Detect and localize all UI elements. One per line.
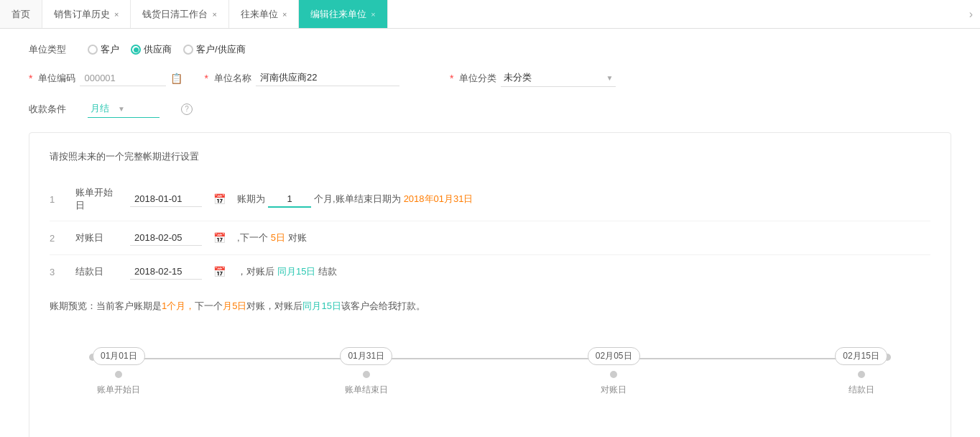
- radio-customer-label: 客户: [101, 43, 119, 56]
- preview-label: 账期预览：当前客户账期是: [50, 300, 162, 311]
- tab-partners-close[interactable]: ×: [282, 10, 287, 19]
- timeline: 01月01日 账单开始日 01月31日 账单结束日 02月05日 对账日: [50, 333, 930, 425]
- row-3-suffix-after: 结款: [318, 265, 337, 278]
- row-3-calendar-icon[interactable]: 📅: [213, 266, 226, 277]
- preview-reconcile-highlight: 月5日: [223, 300, 246, 311]
- preview-section: 账期预览：当前客户账期是1个月，下一个月5日对账，对账后同月15日该客户会给我打…: [50, 288, 930, 425]
- tab-partners[interactable]: 往来单位 ×: [229, 0, 299, 28]
- row-1-suffix-before: 账期为: [237, 193, 265, 206]
- tab-cash-ledger-label: 钱货日清工作台: [142, 8, 208, 21]
- timeline-point-0: 01月01日 账单开始日: [93, 347, 145, 396]
- tab-sales-history[interactable]: 销售订单历史 ×: [42, 0, 131, 28]
- unit-type-row: 单位类型 客户 供应商 客户/供应商: [29, 43, 951, 56]
- period-input[interactable]: 1: [268, 191, 311, 208]
- payment-terms-row: 收款条件 月结 ▼ ?: [29, 100, 951, 118]
- radio-customer[interactable]: 客户: [88, 43, 119, 56]
- tab-edit-partner-label: 编辑往来单位: [310, 8, 366, 21]
- settings-card: 请按照未来的一个完整帐期进行设置 1 账单开始日 2018-01-01 📅 账期…: [29, 132, 951, 437]
- tab-edit-partner[interactable]: 编辑往来单位 ×: [299, 0, 387, 28]
- timeline-date-2: 02月05日: [588, 347, 640, 365]
- row-2-suffix-before: ,下一个: [237, 231, 268, 244]
- tab-cash-ledger-close[interactable]: ×: [212, 10, 216, 19]
- tab-bar: 首页 销售订单历史 × 钱货日清工作台 × 往来单位 × 编辑往来单位 × ›: [0, 0, 980, 29]
- preview-payment-suffix: 该客户会给我打款。: [341, 300, 425, 311]
- row-3-highlight: 同月15日: [277, 265, 315, 278]
- setting-row-3: 3 结款日 2018-02-15 📅 ，对账后 同月15日 结款: [50, 255, 930, 288]
- row-2-label: 对账日: [75, 231, 119, 244]
- row-3-date-input[interactable]: 2018-02-15: [130, 264, 202, 280]
- tab-sales-history-close[interactable]: ×: [114, 10, 119, 19]
- unit-code-required: *: [29, 73, 32, 84]
- row-1-suffix: 账期为 1 个月,账单结束日期为 2018年01月31日: [237, 191, 473, 208]
- unit-category-required: *: [450, 73, 453, 84]
- unit-name-group: * 单位名称 河南供应商22: [204, 70, 399, 86]
- preview-text: 账期预览：当前客户账期是1个月，下一个月5日对账，对账后同月15日该客户会给我打…: [50, 300, 930, 313]
- timeline-point-3: 02月15日 结款日: [835, 347, 887, 396]
- unit-name-label: 单位名称: [214, 72, 251, 85]
- timeline-label-1: 账单结束日: [345, 384, 388, 396]
- main-fields-row: * 单位编码 000001 📋 * 单位名称 河南供应商22 * 单位分类 未分…: [29, 69, 951, 87]
- payment-terms-label: 收款条件: [29, 103, 66, 116]
- unit-code-icon[interactable]: 📋: [170, 73, 182, 84]
- radio-both-circle: [183, 45, 193, 55]
- row-3-suffix-before: ，对账后: [237, 265, 274, 278]
- row-1-label: 账单开始日: [75, 186, 119, 212]
- unit-category-value: 未分类: [504, 71, 532, 84]
- row-3-label: 结款日: [75, 265, 119, 278]
- row-2-calendar-icon[interactable]: 📅: [213, 232, 226, 244]
- timeline-date-3: 02月15日: [835, 347, 887, 365]
- radio-supplier-circle: [131, 45, 141, 55]
- unit-category-arrow-icon: ▼: [606, 74, 613, 82]
- unit-code-label: 单位编码: [38, 72, 75, 85]
- radio-both-label: 客户/供应商: [196, 43, 246, 56]
- timeline-dot-0: [115, 371, 122, 378]
- setting-row-1: 1 账单开始日 2018-01-01 📅 账期为 1 个月,账单结束日期为 20…: [50, 178, 930, 221]
- tab-overflow-arrow[interactable]: ›: [962, 8, 980, 21]
- timeline-label-2: 对账日: [601, 384, 627, 396]
- row-1-highlight: 2018年01月31日: [404, 193, 473, 206]
- setting-row-2: 2 对账日 2018-02-05 📅 ,下一个 5日 对账: [50, 221, 930, 255]
- help-icon[interactable]: ?: [181, 104, 193, 115]
- radio-supplier[interactable]: 供应商: [131, 43, 172, 56]
- payment-terms-select[interactable]: 月结 ▼: [88, 100, 160, 118]
- row-2-suffix-after: 对账: [288, 231, 307, 244]
- row-2-date-input[interactable]: 2018-02-05: [130, 230, 202, 246]
- tab-edit-partner-close[interactable]: ×: [371, 10, 375, 19]
- tab-partners-label: 往来单位: [241, 8, 278, 21]
- timeline-dots: 01月01日 账单开始日 01月31日 账单结束日 02月05日 对账日: [93, 347, 887, 396]
- timeline-dot-3: [858, 371, 865, 378]
- row-1-num: 1: [50, 194, 64, 205]
- unit-name-required: *: [204, 73, 208, 84]
- timeline-label-0: 账单开始日: [97, 384, 140, 396]
- tab-home-label: 首页: [11, 8, 30, 21]
- tab-sales-history-label: 销售订单历史: [54, 8, 110, 21]
- row-1-calendar-icon[interactable]: 📅: [213, 193, 226, 205]
- payment-terms-value: 月结: [91, 102, 109, 115]
- preview-period: 1个月，: [162, 300, 195, 311]
- tab-cash-ledger[interactable]: 钱货日清工作台 ×: [131, 0, 228, 28]
- tab-home[interactable]: 首页: [0, 0, 42, 28]
- timeline-dot-1: [363, 371, 370, 378]
- radio-customer-circle: [88, 45, 98, 55]
- row-1-date-input[interactable]: 2018-01-01: [130, 191, 202, 207]
- unit-category-group: * 单位分类 未分类 ▼: [450, 69, 616, 87]
- radio-supplier-label: 供应商: [144, 43, 172, 56]
- page-content: 单位类型 客户 供应商 客户/供应商 * 单位编码 000001 📋 *: [0, 29, 980, 437]
- timeline-date-1: 01月31日: [340, 347, 392, 365]
- row-1-suffix-after: 个月,账单结束日期为: [314, 193, 401, 206]
- row-2-highlight: 5日: [271, 231, 285, 244]
- preview-reconcile-prefix: 下一个: [195, 300, 223, 311]
- unit-name-input[interactable]: 河南供应商22: [256, 70, 399, 86]
- unit-category-select[interactable]: 未分类 ▼: [501, 69, 616, 87]
- payment-terms-chevron-icon: ▼: [118, 105, 125, 113]
- timeline-dot-2: [610, 371, 617, 378]
- row-3-suffix: ，对账后 同月15日 结款: [237, 265, 337, 278]
- row-2-suffix: ,下一个 5日 对账: [237, 231, 307, 244]
- preview-reconcile-suffix: 对账，对账后: [246, 300, 302, 311]
- radio-both[interactable]: 客户/供应商: [183, 43, 246, 56]
- preview-payment-highlight: 同月15日: [302, 300, 341, 311]
- unit-code-input[interactable]: 000001: [80, 70, 166, 86]
- unit-type-radio-group: 客户 供应商 客户/供应商: [88, 43, 246, 56]
- unit-code-group: * 单位编码 000001 📋: [29, 70, 182, 86]
- timeline-point-1: 01月31日 账单结束日: [340, 347, 392, 396]
